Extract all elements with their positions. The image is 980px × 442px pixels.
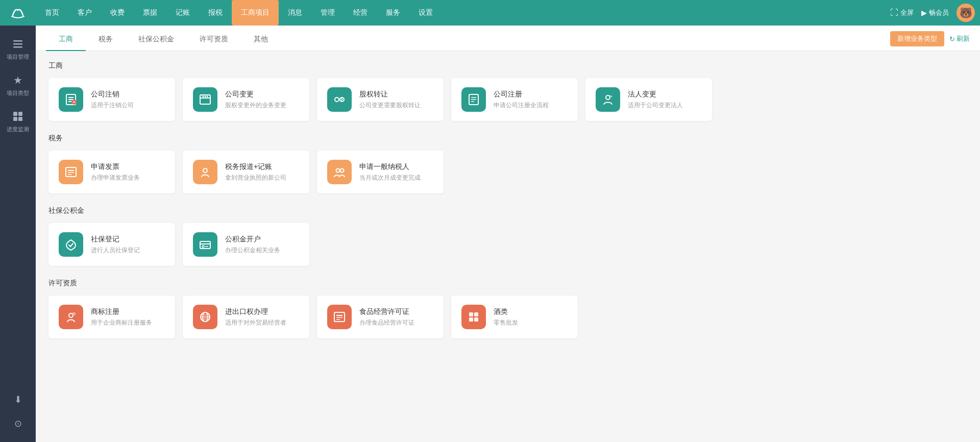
- tab-bar: 工商 税务 社保公积金 许可资质 其他 新增业务类型 ↻ 刷新: [36, 26, 980, 51]
- sidebar-item-project-type[interactable]: ★ 项目类型: [0, 67, 36, 103]
- card-icon-legal-change: [596, 87, 620, 112]
- nav-invoice[interactable]: 票据: [134, 0, 166, 26]
- svg-rect-1: [13, 43, 22, 45]
- fullscreen-icon: ⛶: [890, 8, 898, 17]
- card-info-food-license: 食品经营许可证 办理食品经营许可证: [359, 307, 414, 327]
- sidebar-location[interactable]: ⊙: [0, 413, 36, 434]
- nav-home[interactable]: 首页: [36, 0, 68, 26]
- card-info-trademark: 商标注册 用于企业商标注册服务: [91, 307, 152, 327]
- card-info-alcohol: 酒类 零售批发: [494, 307, 518, 327]
- card-import-export[interactable]: 进出口权办理 适用于对外贸易经营者: [183, 296, 309, 338]
- nav-fee[interactable]: 收费: [101, 0, 134, 26]
- fullscreen-button[interactable]: ⛶ 全屏: [890, 8, 914, 17]
- card-company-cancel[interactable]: 公司注销 适用于注销公司: [48, 78, 175, 121]
- card-legal-change[interactable]: 法人变更 适用于公司变更法人: [585, 78, 712, 121]
- card-icon-apply-general-taxpayer: [327, 160, 352, 184]
- nav-operation[interactable]: 经营: [344, 0, 377, 26]
- cards-license: R 商标注册 用于企业商标注册服务: [48, 296, 967, 338]
- content-area: 工商 税务 社保公积金 许可资质 其他 新增业务类型 ↻ 刷新 工商: [36, 26, 980, 442]
- svg-rect-5: [13, 117, 17, 121]
- svg-point-15: [203, 96, 204, 97]
- card-housing-fund[interactable]: 公积金开户 办理公积金相关业务: [183, 223, 309, 266]
- tab-tax[interactable]: 税务: [86, 29, 126, 51]
- card-social-register[interactable]: 社保登记 进行人员社保登记: [48, 223, 175, 266]
- main-layout: 项目管理 ★ 项目类型 进度监测 ⬇ ⊙ 工商: [0, 26, 980, 442]
- nav-accounting[interactable]: 记账: [166, 0, 199, 26]
- nav-service[interactable]: 服务: [377, 0, 409, 26]
- card-title-legal-change: 法人变更: [628, 90, 683, 99]
- cards-social-insurance: 社保登记 进行人员社保登记: [48, 223, 967, 266]
- card-title-social-register: 社保登记: [91, 235, 140, 244]
- card-title-apply-invoice: 申请发票: [91, 162, 140, 171]
- sidebar-item-progress[interactable]: 进度监测: [0, 103, 36, 139]
- section-title-industry: 工商: [48, 61, 967, 70]
- section-title-tax: 税务: [48, 134, 967, 143]
- svg-point-38: [69, 313, 73, 317]
- section-license: 许可资质 R 商标注册 用于企业: [48, 279, 967, 338]
- card-icon-alcohol: [461, 305, 486, 329]
- nav-tax[interactable]: 报税: [199, 0, 232, 26]
- add-type-button[interactable]: 新增业务类型: [890, 31, 944, 46]
- card-food-license[interactable]: 食品经营许可证 办理食品经营许可证: [317, 296, 444, 338]
- tab-other[interactable]: 其他: [241, 29, 281, 51]
- cards-industry: 公司注销 适用于注销公司: [48, 78, 967, 121]
- svg-rect-53: [474, 317, 478, 322]
- card-alcohol[interactable]: 酒类 零售批发: [451, 296, 578, 338]
- svg-rect-4: [18, 112, 22, 116]
- nav-client[interactable]: 客户: [68, 0, 101, 26]
- card-desc-company-change: 股权变更外的业务变更: [225, 101, 286, 110]
- card-desc-food-license: 办理食品经营许可证: [359, 318, 414, 327]
- card-icon-company-change: [193, 87, 217, 112]
- card-title-apply-general-taxpayer: 申请一般纳税人: [359, 162, 421, 171]
- card-icon-apply-invoice: [59, 160, 83, 184]
- svg-point-32: [336, 169, 340, 173]
- section-social-insurance: 社保公积金 社保登记 进行人员社保登记: [48, 206, 967, 266]
- sidebar-label-project-type: 项目类型: [7, 89, 29, 97]
- card-apply-general-taxpayer[interactable]: 申请一般纳税人 当月或次月成变更完成: [317, 151, 444, 193]
- card-title-tax-report: 税务报道+记账: [225, 162, 286, 171]
- card-tax-report[interactable]: 税务报道+记账 拿到营业执照的新公司: [183, 151, 309, 193]
- card-icon-company-register: [461, 87, 486, 112]
- svg-rect-46: [334, 312, 345, 322]
- svg-rect-2: [13, 46, 22, 48]
- section-industry: 工商: [48, 61, 967, 121]
- tab-industry[interactable]: 工商: [46, 29, 86, 51]
- card-title-company-change: 公司变更: [225, 90, 286, 99]
- card-info-tax-report: 税务报道+记账 拿到营业执照的新公司: [225, 162, 286, 182]
- card-company-register[interactable]: 公司注册 申请公司注册全流程: [451, 78, 578, 121]
- tab-social-insurance[interactable]: 社保公积金: [126, 29, 187, 51]
- scroll-content[interactable]: 工商: [36, 51, 980, 442]
- nav-industry[interactable]: 工商项目: [232, 0, 279, 26]
- card-title-company-register: 公司注册: [494, 90, 549, 99]
- card-info-apply-general-taxpayer: 申请一般纳税人 当月或次月成变更完成: [359, 162, 421, 182]
- refresh-button[interactable]: ↻ 刷新: [949, 34, 970, 43]
- sidebar-item-project-manage[interactable]: 项目管理: [0, 31, 36, 67]
- svg-rect-27: [66, 167, 76, 177]
- card-company-change[interactable]: 公司变更 股权变更外的业务变更: [183, 78, 309, 121]
- card-equity-transfer[interactable]: 股权转让 公司变更需要股权转让: [317, 78, 444, 121]
- card-desc-company-cancel: 适用于注销公司: [91, 101, 134, 110]
- card-trademark[interactable]: R 商标注册 用于企业商标注册服务: [48, 296, 175, 338]
- sidebar-download[interactable]: ⬇: [0, 389, 36, 410]
- nav-message[interactable]: 消息: [279, 0, 311, 26]
- logo: [5, 0, 31, 26]
- card-icon-social-register: [59, 232, 83, 257]
- card-info-apply-invoice: 申请发票 办理申请发票业务: [91, 162, 140, 182]
- svg-point-31: [203, 168, 207, 173]
- card-apply-invoice[interactable]: 申请发票 办理申请发票业务: [48, 151, 175, 193]
- svg-rect-3: [13, 112, 17, 116]
- card-info-company-cancel: 公司注销 适用于注销公司: [91, 90, 134, 110]
- svg-point-33: [340, 169, 344, 173]
- card-icon-company-cancel: [59, 87, 83, 112]
- user-avatar[interactable]: 🐻: [957, 4, 975, 22]
- tab-actions: 新增业务类型 ↻ 刷新: [890, 31, 970, 51]
- card-info-housing-fund: 公积金开户 办理公积金相关业务: [225, 235, 280, 255]
- member-button[interactable]: ▶ 畅会员: [921, 8, 949, 17]
- nav-manage[interactable]: 管理: [311, 0, 344, 26]
- nav-settings[interactable]: 设置: [409, 0, 442, 26]
- card-title-import-export: 进出口权办理: [225, 307, 286, 316]
- tab-license[interactable]: 许可资质: [187, 29, 241, 51]
- svg-rect-0: [13, 40, 22, 42]
- cards-tax: 申请发票 办理申请发票业务 税务报道+记账: [48, 151, 967, 193]
- card-info-equity-transfer: 股权转让 公司变更需要股权转让: [359, 90, 421, 110]
